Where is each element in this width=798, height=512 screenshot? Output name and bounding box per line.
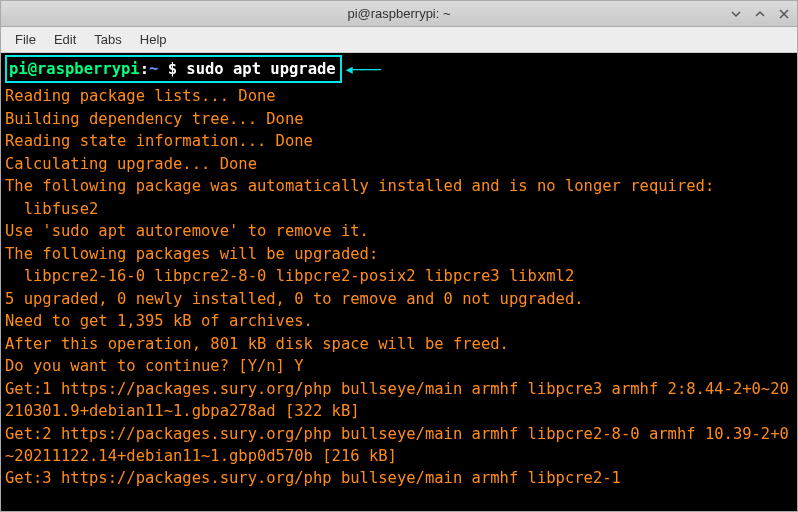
- output-line: Need to get 1,395 kB of archives.: [5, 310, 793, 332]
- menu-help[interactable]: Help: [132, 29, 175, 50]
- prompt-colon: :: [140, 60, 149, 78]
- minimize-icon[interactable]: [729, 7, 743, 21]
- menu-edit[interactable]: Edit: [46, 29, 84, 50]
- terminal-content: pi@raspberrypi:~ $ sudo apt upgrade◂——— …: [1, 53, 797, 490]
- output-line: Get:1 https://packages.sury.org/php bull…: [5, 378, 793, 423]
- menu-tabs[interactable]: Tabs: [86, 29, 129, 50]
- output-line: libfuse2: [5, 198, 793, 220]
- output-line: Do you want to continue? [Y/n] Y: [5, 355, 793, 377]
- menubar: File Edit Tabs Help: [1, 27, 797, 53]
- maximize-icon[interactable]: [753, 7, 767, 21]
- titlebar: pi@raspberrypi: ~: [1, 1, 797, 27]
- output-line: Use 'sudo apt autoremove' to remove it.: [5, 220, 793, 242]
- arrow-annotation: ◂———: [344, 58, 379, 79]
- output-line: Reading package lists... Done: [5, 85, 793, 107]
- terminal[interactable]: pi@raspberrypi:~ $ sudo apt upgrade◂——— …: [1, 53, 797, 511]
- command-highlight: pi@raspberrypi:~ $ sudo apt upgrade: [5, 55, 342, 83]
- command-text: sudo apt upgrade: [186, 60, 335, 78]
- output-line: Reading state information... Done: [5, 130, 793, 152]
- output-line: Get:3 https://packages.sury.org/php bull…: [5, 467, 793, 489]
- prompt-user-host: pi@raspberrypi: [9, 60, 140, 78]
- close-icon[interactable]: [777, 7, 791, 21]
- prompt-path: ~: [149, 60, 158, 78]
- output-line: The following package was automatically …: [5, 175, 793, 197]
- output-line: libpcre2-16-0 libpcre2-8-0 libpcre2-posi…: [5, 265, 793, 287]
- output-line: Calculating upgrade... Done: [5, 153, 793, 175]
- prompt-symbol: $: [158, 60, 186, 78]
- window-title: pi@raspberrypi: ~: [347, 6, 450, 21]
- menu-file[interactable]: File: [7, 29, 44, 50]
- output-line: The following packages will be upgraded:: [5, 243, 793, 265]
- output-line: Building dependency tree... Done: [5, 108, 793, 130]
- output-line: 5 upgraded, 0 newly installed, 0 to remo…: [5, 288, 793, 310]
- output-line: Get:2 https://packages.sury.org/php bull…: [5, 423, 793, 468]
- output-line: After this operation, 801 kB disk space …: [5, 333, 793, 355]
- window-controls: [729, 7, 791, 21]
